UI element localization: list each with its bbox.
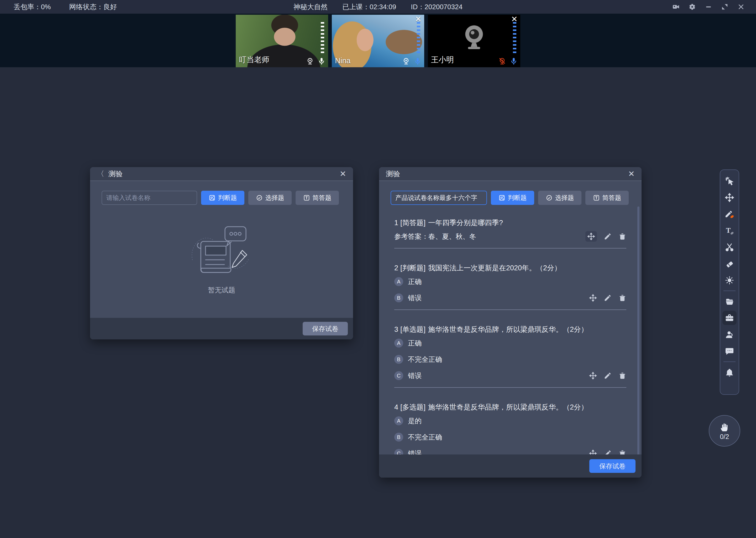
window-controls	[672, 2, 745, 11]
add-choice-question-button[interactable]: 选择题	[248, 191, 292, 205]
select-click-tool[interactable]	[722, 173, 737, 189]
webcam-on-icon[interactable]	[402, 57, 410, 65]
move-tool[interactable]	[722, 189, 737, 206]
mic-on-icon[interactable]	[414, 57, 422, 65]
quiz-dialog-empty: 〈 测验 ✕ 判断题 选择题 简答题	[90, 167, 353, 340]
edit-pencil-icon[interactable]	[604, 233, 612, 241]
paper-name-input[interactable]	[391, 191, 487, 205]
close-icon[interactable]	[736, 2, 745, 11]
settings-gear-icon[interactable]	[688, 2, 697, 11]
toolbar-divider	[724, 291, 735, 291]
close-icon[interactable]: ✕	[628, 169, 635, 178]
edit-pencil-icon[interactable]	[604, 294, 612, 302]
option-badge: A	[394, 416, 403, 425]
drag-move-icon[interactable]	[589, 294, 597, 302]
question-item: 3[单选题]施华洛世奇是反华品牌，所以梁鼎琪反华。（2分） A 正确 B 不完全…	[394, 325, 626, 388]
participant-name: Nina	[335, 56, 351, 65]
add-judge-question-button[interactable]: 判断题	[491, 191, 534, 205]
mic-on-icon[interactable]	[318, 57, 325, 65]
delete-trash-icon[interactable]	[618, 450, 626, 455]
empty-state: 暂无试题	[90, 226, 353, 295]
option-row: A 是的	[394, 413, 626, 428]
save-paper-button[interactable]: 保存试卷	[589, 459, 636, 473]
drag-move-icon[interactable]	[589, 450, 597, 455]
video-tile-wangxiaoming[interactable]: ✕ 王小明	[428, 15, 520, 67]
webcam-on-icon[interactable]	[306, 57, 314, 65]
option-badge: C	[394, 371, 403, 380]
question-title: 1[简答题]一年四季分别是哪四季?	[394, 218, 626, 228]
record-camera-icon[interactable]	[672, 2, 681, 11]
drag-move-icon[interactable]	[589, 372, 597, 380]
judge-icon	[209, 194, 215, 201]
question-title: 4[多选题]施华洛世奇是反华品牌，所以梁鼎琪反华。（2分）	[394, 403, 626, 412]
no-questions-illustration	[189, 226, 254, 279]
laser-pointer-tool[interactable]	[722, 272, 737, 289]
save-paper-button[interactable]: 保存试卷	[303, 322, 348, 336]
question-title: 3[单选题]施华洛世奇是反华品牌，所以梁鼎琪反华。（2分）	[394, 325, 626, 334]
video-strip: 叮当老师 ✕ Nina	[0, 14, 756, 67]
back-chevron-icon[interactable]: 〈	[97, 169, 104, 179]
judge-icon	[498, 194, 505, 201]
hand-raise-count: 0/2	[720, 433, 729, 441]
hand-icon	[719, 421, 730, 432]
edit-pencil-icon[interactable]	[604, 372, 612, 380]
courseware-folder-tool[interactable]	[722, 293, 737, 310]
pen-color-swatch	[730, 215, 734, 219]
delete-trash-icon[interactable]	[618, 294, 626, 302]
option-badge: A	[394, 277, 403, 286]
option-badge: C	[394, 449, 403, 455]
eraser-tool[interactable]	[722, 255, 737, 272]
network-stats: 丢包率：0% 网络状态：良好	[14, 2, 117, 12]
video-tile-nina[interactable]: ✕ Nina	[332, 15, 424, 67]
add-judge-question-button[interactable]: 判断题	[201, 191, 244, 205]
question-item: 4[多选题]施华洛世奇是反华品牌，所以梁鼎琪反华。（2分） A 是的 B 不完全…	[394, 403, 626, 455]
add-short-answer-button[interactable]: 简答题	[296, 191, 339, 205]
whiteboard-toolbar: T	[720, 169, 739, 395]
delete-trash-icon[interactable]	[618, 372, 626, 380]
volume-meter	[417, 20, 420, 53]
minimize-icon[interactable]	[704, 2, 713, 11]
restore-icon[interactable]	[720, 2, 729, 11]
participant-name: 王小明	[431, 55, 454, 65]
add-choice-question-button[interactable]: 选择题	[538, 191, 582, 205]
delete-trash-icon[interactable]	[618, 233, 626, 241]
quiz-dialog-editor: 测验 ✕ 判断题 选择题 简答题 1[简答题]一年四季分别是哪四季?	[379, 167, 641, 478]
chat-tool[interactable]	[722, 343, 737, 359]
close-icon[interactable]: ✕	[340, 169, 346, 178]
option-row: B 不完全正确	[394, 352, 626, 367]
add-short-answer-button[interactable]: 简答题	[586, 191, 629, 205]
dialog-footer: 保存试卷	[379, 455, 641, 478]
question-title: 2[判断题]我国宪法上一次更新是在2020年。（2分）	[394, 263, 626, 273]
toolbox-tool[interactable]	[722, 311, 736, 325]
members-tool[interactable]	[722, 326, 737, 343]
question-item: 1[简答题]一年四季分别是哪四季? 参考答案：春、夏、秋、冬	[394, 218, 626, 248]
edit-pencil-icon[interactable]	[604, 450, 612, 455]
titlebar: 丢包率：0% 网络状态：良好 神秘大自然 已上课：02:34:09 ID：202…	[0, 0, 756, 14]
pen-tool[interactable]	[722, 206, 737, 222]
webcam-off-icon[interactable]	[498, 57, 506, 65]
text-tool[interactable]: T	[722, 222, 737, 239]
volume-meter	[321, 20, 324, 53]
question-list: 判断题 选择题 简答题 1[简答题]一年四季分别是哪四季? 参考答案：春、夏、秋…	[379, 181, 641, 455]
option-row: C 错误	[394, 368, 626, 383]
scrollbar-thumb[interactable]	[638, 206, 639, 459]
dialog-header: 测验 ✕	[379, 167, 641, 181]
mic-on-icon[interactable]	[510, 57, 518, 65]
dialog-title: 测验	[109, 169, 122, 179]
paper-name-input[interactable]	[102, 191, 197, 205]
choice-icon	[546, 194, 552, 201]
video-tile-teacher[interactable]: 叮当老师	[236, 15, 328, 67]
option-badge: B	[394, 355, 403, 364]
room-title: 神秘大自然	[294, 2, 328, 12]
svg-text:T: T	[726, 226, 731, 234]
question-item: 2[判断题]我国宪法上一次更新是在2020年。（2分） A 正确 B 错误	[394, 263, 626, 310]
hand-raise-button[interactable]: 0/2	[709, 415, 740, 447]
bell-tool[interactable]	[722, 364, 737, 381]
option-badge: B	[394, 433, 403, 442]
scissors-tool[interactable]	[722, 239, 737, 255]
dialog-footer: 保存试卷	[90, 318, 353, 340]
drag-move-icon[interactable]	[586, 231, 597, 242]
participant-name: 叮当老师	[239, 55, 269, 65]
packet-loss: 丢包率：0%	[14, 2, 51, 12]
option-badge: A	[394, 339, 403, 348]
